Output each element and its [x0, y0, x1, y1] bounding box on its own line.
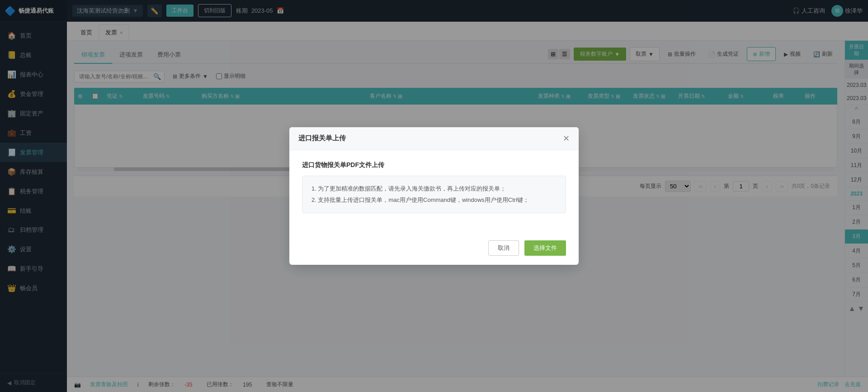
modal-info-item-1: 1. 为了更加精准的数据匹配，请先录入海关缴款书，再上传对应的报关单； — [311, 183, 557, 195]
modal-header: 进口报关单上传 ✕ — [289, 127, 579, 150]
modal-section-title: 进口货物报关单PDF文件上传 — [302, 161, 566, 169]
modal-overlay[interactable]: 进口报关单上传 ✕ 进口货物报关单PDF文件上传 1. 为了更加精准的数据匹配，… — [0, 0, 868, 392]
modal-select-file-button[interactable]: 选择文件 — [524, 240, 566, 256]
modal-cancel-button[interactable]: 取消 — [488, 240, 519, 256]
modal-info-box: 1. 为了更加精准的数据匹配，请先录入海关缴款书，再上传对应的报关单； 2. 支… — [302, 176, 566, 213]
modal-title: 进口报关单上传 — [298, 134, 346, 143]
modal-footer: 取消 选择文件 — [289, 233, 579, 265]
modal-body: 进口货物报关单PDF文件上传 1. 为了更加精准的数据匹配，请先录入海关缴款书，… — [289, 150, 579, 233]
modal-close-button[interactable]: ✕ — [563, 134, 570, 143]
modal-info-item-2: 2. 支持批量上传进口报关单，mac用户使用Command键，windows用户… — [311, 195, 557, 206]
import-customs-modal: 进口报关单上传 ✕ 进口货物报关单PDF文件上传 1. 为了更加精准的数据匹配，… — [289, 127, 579, 265]
